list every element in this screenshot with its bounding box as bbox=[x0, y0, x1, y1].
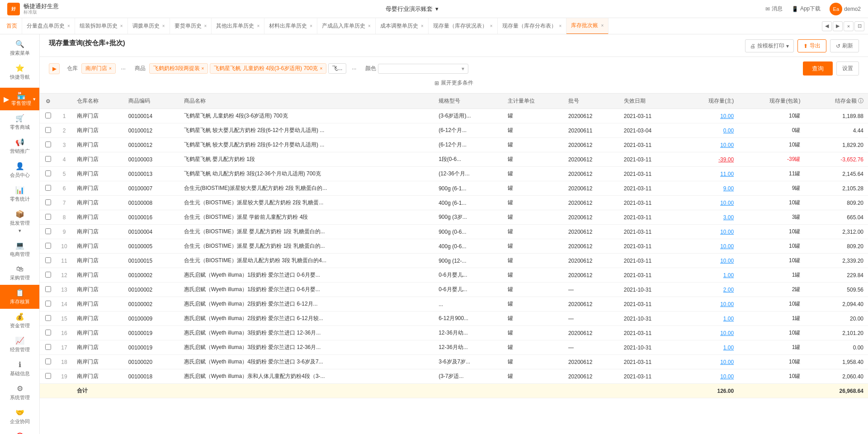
tab-chanchenpin[interactable]: 产成品入库单历史 × bbox=[317, 18, 376, 34]
row-checkbox[interactable] bbox=[45, 113, 51, 118]
row-checkbox-cell[interactable] bbox=[40, 297, 56, 311]
row-qty-main[interactable]: 1.00 bbox=[681, 340, 738, 355]
app-download-button[interactable]: 📱 App下载 bbox=[792, 5, 821, 13]
sidebar-item-inventory[interactable]: 📋 库存核算 bbox=[0, 285, 39, 309]
row-checkbox-cell[interactable] bbox=[40, 311, 56, 326]
tab-close-icon[interactable]: × bbox=[310, 24, 312, 28]
row-checkbox-cell[interactable] bbox=[40, 369, 56, 384]
sidebar-item-retail-mall[interactable]: 🛒 零售商城 bbox=[0, 110, 39, 134]
tab-close-all-button[interactable]: × bbox=[844, 21, 854, 31]
row-qty-main[interactable]: -39.00 bbox=[681, 152, 738, 167]
row-checkbox-cell[interactable] bbox=[40, 109, 56, 123]
col-settings[interactable]: ⚙ bbox=[40, 94, 56, 109]
row-checkbox[interactable] bbox=[45, 315, 51, 321]
row-qty-main[interactable]: 1.00 bbox=[681, 311, 738, 326]
sidebar-item-ecommerce[interactable]: 💻 电商管理 bbox=[0, 237, 39, 261]
query-button[interactable]: 查询 bbox=[803, 61, 833, 75]
sidebar-item-enterprise[interactable]: 🤝 企业协同 bbox=[0, 405, 39, 429]
sidebar-item-marketing[interactable]: 📢 营销推广 bbox=[0, 134, 39, 158]
row-qty-main[interactable]: 10.00 bbox=[681, 297, 738, 311]
product-tag-close-icon-2[interactable]: × bbox=[320, 66, 322, 71]
row-checkbox-cell[interactable] bbox=[40, 167, 56, 181]
row-qty-main[interactable]: 10.00 bbox=[681, 369, 738, 384]
row-checkbox[interactable] bbox=[45, 185, 51, 191]
row-checkbox-cell[interactable] bbox=[40, 152, 56, 167]
tab-chenben[interactable]: 成本调整单历史 × bbox=[376, 18, 429, 34]
sidebar-item-finance[interactable]: 💰 资金管理 bbox=[0, 309, 39, 333]
tab-close-icon[interactable]: × bbox=[601, 23, 604, 28]
row-qty-main[interactable]: 10.00 bbox=[681, 109, 738, 123]
row-checkbox[interactable] bbox=[45, 142, 51, 147]
row-checkbox[interactable] bbox=[45, 214, 51, 220]
row-qty-main[interactable]: 2.00 bbox=[681, 283, 738, 297]
row-qty-main[interactable]: 10.00 bbox=[681, 225, 738, 239]
sidebar-item-operations[interactable]: 📈 经营管理 bbox=[0, 333, 39, 357]
settings-button[interactable]: 设置 bbox=[836, 61, 859, 75]
tab-prev-button[interactable]: ◀ bbox=[822, 21, 832, 31]
export-button[interactable]: ⬆ 导出 bbox=[797, 39, 826, 52]
row-checkbox[interactable] bbox=[45, 199, 51, 205]
template-print-button[interactable]: 🖨 按模板打印 ▾ bbox=[745, 39, 794, 52]
row-checkbox[interactable] bbox=[45, 156, 51, 162]
tab-fenliangpan[interactable]: 分量盘点单历史 × bbox=[22, 18, 75, 34]
tab-xiancunliang2[interactable]: 现存量（库存分布表） × bbox=[498, 18, 567, 34]
filter-expand-button[interactable]: ▶ bbox=[49, 63, 60, 74]
row-checkbox-cell[interactable] bbox=[40, 254, 56, 268]
product-tag-close-icon-1[interactable]: × bbox=[202, 66, 204, 71]
row-checkbox-cell[interactable] bbox=[40, 210, 56, 225]
sidebar-search[interactable]: 🔍 搜索菜单 bbox=[0, 36, 39, 60]
row-checkbox-cell[interactable] bbox=[40, 239, 56, 254]
row-checkbox[interactable] bbox=[45, 127, 51, 133]
row-checkbox-cell[interactable] bbox=[40, 225, 56, 239]
row-qty-main[interactable]: 3.00 bbox=[681, 210, 738, 225]
row-checkbox[interactable] bbox=[45, 228, 51, 234]
refresh-button[interactable]: ↺ 刷新 bbox=[830, 39, 859, 52]
tab-close-icon[interactable]: × bbox=[204, 24, 207, 28]
tab-close-icon[interactable]: × bbox=[257, 24, 259, 28]
row-checkbox[interactable] bbox=[45, 257, 51, 263]
tab-kucun-active[interactable]: 库存批次账 × bbox=[566, 18, 609, 34]
warehouse-ellipsis-button[interactable]: ··· bbox=[119, 65, 127, 73]
tab-qitachuku[interactable]: 其他出库单历史 × bbox=[212, 18, 264, 34]
row-checkbox-cell[interactable] bbox=[40, 138, 56, 152]
sidebar-shortcuts[interactable]: ⭐ 快捷导航 bbox=[0, 60, 39, 84]
tab-next-button[interactable]: ▶ bbox=[833, 21, 843, 31]
row-checkbox-cell[interactable] bbox=[40, 283, 56, 297]
expand-more-button[interactable]: ⊞ 展开更多条件 bbox=[433, 77, 475, 89]
company-selector[interactable]: 母婴行业演示账套 ▾ bbox=[386, 5, 439, 13]
tab-cailiao[interactable]: 材料出库单历史 × bbox=[264, 18, 317, 34]
row-qty-main[interactable]: 10.00 bbox=[681, 254, 738, 268]
row-checkbox-cell[interactable] bbox=[40, 196, 56, 210]
tab-close-icon[interactable]: × bbox=[368, 24, 371, 28]
row-qty-main[interactable]: 0.00 bbox=[681, 123, 738, 138]
tab-diaoBo[interactable]: 调拨单历史 × bbox=[128, 18, 170, 34]
row-qty-main[interactable]: 10.00 bbox=[681, 355, 738, 369]
row-checkbox[interactable] bbox=[45, 272, 51, 278]
row-checkbox[interactable] bbox=[45, 373, 51, 379]
warehouse-tag-close-icon[interactable]: × bbox=[109, 66, 112, 71]
user-avatar-area[interactable]: Ea demo2 bbox=[830, 3, 861, 15]
tab-close-icon[interactable]: × bbox=[162, 24, 165, 28]
tab-xiancunliang1[interactable]: 现存量（库存状况表） × bbox=[429, 18, 498, 34]
tab-close-icon[interactable]: × bbox=[67, 24, 70, 28]
row-checkbox-cell[interactable] bbox=[40, 268, 56, 283]
row-qty-main[interactable]: 10.00 bbox=[681, 239, 738, 254]
row-checkbox[interactable] bbox=[45, 286, 51, 292]
tab-close-icon[interactable]: × bbox=[421, 24, 424, 28]
sidebar-item-purchase[interactable]: 🛍 采购管理 bbox=[0, 261, 39, 285]
tab-menu-button[interactable]: ⊡ bbox=[854, 21, 864, 31]
sidebar-item-basic-info[interactable]: ℹ 基础信息 bbox=[0, 357, 39, 381]
row-checkbox[interactable] bbox=[45, 344, 51, 350]
row-qty-main[interactable]: 9.00 bbox=[681, 181, 738, 196]
sidebar-item-retail-stats[interactable]: 📊 零售统计 bbox=[0, 182, 39, 206]
sidebar-item-guide[interactable]: 🎯 新手引导 bbox=[0, 429, 39, 434]
row-checkbox[interactable] bbox=[45, 170, 51, 176]
row-checkbox[interactable] bbox=[45, 243, 51, 249]
tab-yaohuo[interactable]: 要货单历史 × bbox=[170, 18, 212, 34]
row-checkbox-cell[interactable] bbox=[40, 123, 56, 138]
row-qty-main[interactable]: 1.00 bbox=[681, 268, 738, 283]
row-checkbox-cell[interactable] bbox=[40, 181, 56, 196]
row-checkbox-cell[interactable] bbox=[40, 355, 56, 369]
message-button[interactable]: ✉ 消息 bbox=[765, 5, 783, 13]
row-qty-main[interactable]: 10.00 bbox=[681, 196, 738, 210]
